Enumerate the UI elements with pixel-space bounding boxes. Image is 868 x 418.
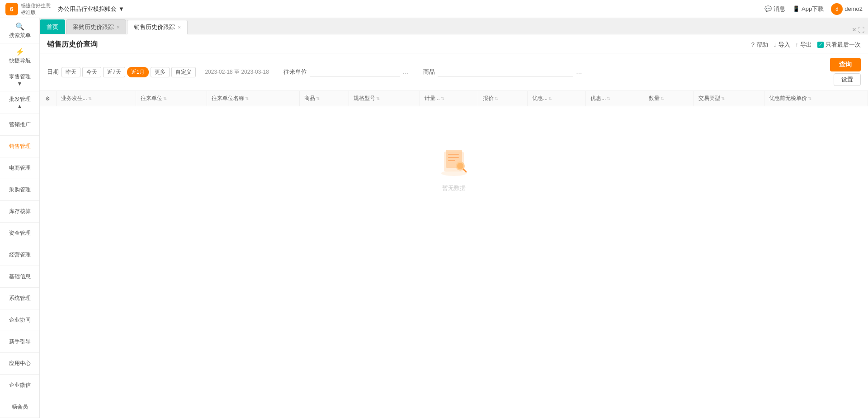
sidebar-item-enterprise-wechat[interactable]: 企业微信 — [0, 375, 39, 396]
empty-text: 暂无数据 — [442, 184, 466, 192]
table-header-row: ⚙ 业务发生... ⇅ 往来单位 — [40, 91, 868, 106]
date-btn-1month[interactable]: 近1月 — [127, 67, 149, 77]
goods-filter-group: 商品 ... — [423, 67, 582, 76]
query-button[interactable]: 查询 — [830, 58, 861, 71]
sidebar-item-label: 电商管理 — [9, 164, 31, 172]
date-range-text: 2023-02-18 至 2023-03-18 — [205, 68, 269, 76]
sidebar-item-quick-nav[interactable]: ⚡ 快捷导航 — [0, 43, 39, 69]
sidebar-item-ecom-mgmt[interactable]: 电商管理 — [0, 157, 39, 179]
app-download-button[interactable]: 📱 App下载 — [793, 5, 824, 13]
sort-icon: ⇅ — [607, 96, 610, 101]
tab-sales-history-label: 销售历史价跟踪 — [134, 23, 175, 31]
counterpart-input[interactable] — [310, 67, 400, 76]
tab-close-sales[interactable]: × — [178, 24, 180, 30]
close-all-icon[interactable]: × — [852, 26, 856, 34]
column-quantity[interactable]: 数量 ⇅ — [644, 91, 693, 106]
empty-illustration — [436, 142, 472, 179]
settings-button[interactable]: 设置 — [834, 73, 861, 86]
app-selector[interactable]: 办公用品行业模拟账套 ▼ — [54, 5, 128, 13]
sidebar-item-app-center[interactable]: 应用中心 — [0, 353, 39, 375]
sidebar-item-finance-mgmt[interactable]: 资金管理 — [0, 223, 39, 244]
tab-home[interactable]: 首页 — [40, 19, 65, 34]
checkbox-checked-icon: ✓ — [817, 42, 824, 48]
only-last-checkbox[interactable]: ✓ 只看最后一次 — [817, 41, 861, 49]
date-filter-group: 日期 昨天 今天 近7天 近1月 更多 自定义 — [47, 67, 196, 77]
sidebar-item-basic-info[interactable]: 基础信息 — [0, 266, 39, 288]
goods-label: 商品 — [423, 68, 435, 76]
user-avatar-area[interactable]: d demo2 — [831, 3, 863, 15]
goods-dots[interactable]: ... — [576, 68, 582, 76]
tab-close-purchase[interactable]: × — [117, 24, 119, 30]
arrow-up-icon: ▲ — [17, 103, 23, 109]
tab-sales-history[interactable]: 销售历史价跟踪 × — [127, 20, 187, 34]
column-gear[interactable]: ⚙ — [40, 91, 56, 106]
page-content: 销售历史价查询 ? 帮助 ↓ 导入 ↑ 导出 ✓ — [40, 34, 868, 418]
help-button[interactable]: ? 帮助 — [751, 41, 768, 49]
svg-line-8 — [463, 169, 466, 172]
column-counterpart-name[interactable]: 往来单位名称 ⇅ — [207, 91, 300, 106]
sidebar-item-sales-mgmt[interactable]: 销售管理 — [0, 136, 39, 157]
logo-text: 畅捷信好生意 标准版 — [21, 2, 51, 15]
column-biz-date[interactable]: 业务发生... ⇅ — [56, 91, 136, 106]
sidebar-item-member[interactable]: 畅会员 — [0, 396, 39, 418]
import-button[interactable]: ↓ 导入 — [774, 41, 790, 49]
data-table: ⚙ 业务发生... ⇅ 往来单位 — [40, 91, 868, 106]
sort-icon: ⇅ — [721, 96, 725, 101]
sidebar-item-wholesale-mgmt[interactable]: 批发管理 ▲ — [0, 91, 39, 114]
goods-input[interactable] — [438, 67, 573, 76]
sidebar-item-label: 营销推广 — [9, 121, 31, 128]
column-counterpart-code[interactable]: 往来单位 ⇅ — [136, 91, 207, 106]
column-unit[interactable]: 计量... ⇅ — [420, 91, 478, 106]
export-icon: ↑ — [796, 41, 799, 48]
sort-icon: ⇅ — [376, 96, 380, 101]
sidebar-item-label: 企业微信 — [9, 381, 31, 389]
sidebar-item-purchase-mgmt[interactable]: 采购管理 — [0, 179, 39, 201]
sidebar-item-search-menu[interactable]: 🔍 搜索菜单 — [0, 18, 39, 43]
column-discount1[interactable]: 优惠... ⇅ — [528, 91, 586, 106]
sidebar-item-retail-mgmt[interactable]: 零售管理 ▼ — [0, 69, 39, 92]
sort-icon: ⇅ — [88, 96, 92, 101]
date-btn-7days[interactable]: 近7天 — [103, 67, 125, 77]
column-quoted-price[interactable]: 报价 ⇅ — [478, 91, 527, 106]
message-button[interactable]: 💬 消息 — [764, 5, 785, 13]
logo-area: 6 畅捷信好生意 标准版 — [5, 2, 51, 15]
column-trade-type[interactable]: 交易类型 ⇅ — [693, 91, 764, 106]
sidebar-item-sys-mgmt[interactable]: 系统管理 — [0, 288, 39, 309]
help-icon: ? — [751, 41, 755, 48]
sidebar-item-label: 畅会员 — [12, 403, 28, 411]
gear-icon: ⚙ — [45, 95, 50, 102]
tab-purchase-history[interactable]: 采购历史价跟踪 × — [66, 19, 126, 34]
sidebar-item-new-guide[interactable]: 新手引导 — [0, 331, 39, 353]
date-btn-more[interactable]: 更多 — [151, 67, 170, 77]
column-discount2[interactable]: 优惠... ⇅ — [586, 91, 644, 106]
page-title: 销售历史价查询 — [47, 40, 98, 49]
sidebar-item-marketing[interactable]: 营销推广 — [0, 114, 39, 136]
date-btn-today[interactable]: 今天 — [82, 67, 101, 77]
counterpart-dots[interactable]: ... — [403, 68, 409, 76]
sidebar-item-enterprise[interactable]: 企业协同 — [0, 309, 39, 331]
column-goods[interactable]: 商品 ⇅ — [299, 91, 349, 106]
tab-home-label: 首页 — [47, 23, 58, 31]
message-icon: 💬 — [764, 5, 772, 12]
date-btn-yesterday[interactable]: 昨天 — [61, 67, 80, 77]
sort-icon: ⇅ — [163, 96, 167, 101]
date-range-display: 2023-02-18 至 2023-03-18 — [203, 68, 269, 76]
sidebar-item-label: 搜索菜单 — [9, 32, 31, 39]
date-btn-custom[interactable]: 自定义 — [171, 67, 196, 77]
column-pretax-price[interactable]: 优惠前无税单价 ⇅ — [764, 91, 868, 106]
topbar-right: 💬 消息 📱 App下载 d demo2 — [764, 3, 863, 15]
search-icon: 🔍 — [15, 22, 24, 31]
content-area: 首页 采购历史价跟踪 × 销售历史价跟踪 × × ⛶ 销售历史价查询 — [40, 18, 868, 418]
sort-icon: ⇅ — [441, 96, 444, 101]
filter-right: 查询 设置 — [830, 58, 861, 86]
maximize-icon[interactable]: ⛶ — [858, 26, 864, 33]
sidebar-item-inventory[interactable]: 库存核算 — [0, 201, 39, 223]
column-spec[interactable]: 规格型号 ⇅ — [349, 91, 420, 106]
sidebar-item-label: 应用中心 — [9, 360, 31, 367]
sidebar-item-label: 新手引导 — [9, 338, 31, 346]
export-button[interactable]: ↑ 导出 — [796, 41, 812, 49]
counterpart-filter-group: 往来单位 ... — [283, 67, 409, 76]
arrow-down-icon: ▼ — [17, 81, 23, 87]
sidebar-item-ops-mgmt[interactable]: 经营管理 — [0, 244, 39, 266]
nav-icon: ⚡ — [15, 48, 24, 56]
